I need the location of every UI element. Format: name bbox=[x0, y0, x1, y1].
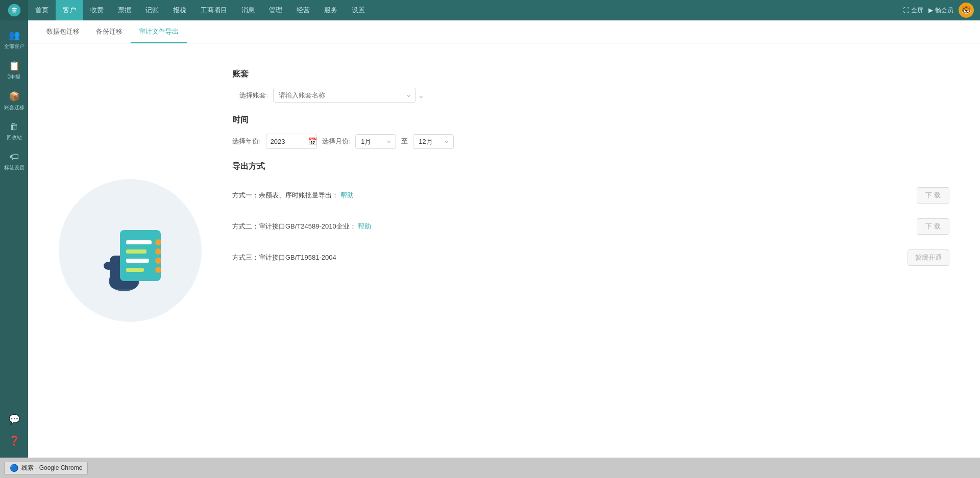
svg-point-3 bbox=[104, 262, 114, 270]
month-start-select[interactable]: 1月2月3月4月 5月6月7月8月 9月10月11月12月 bbox=[355, 134, 396, 149]
export-method-3-text: 方式三：审计接口GB/T19581-2004 bbox=[232, 253, 902, 262]
nav-operation[interactable]: 经营 bbox=[289, 0, 317, 20]
page-content: 账套 选择账套: ⌄ 时间 选择年份: 📅 bbox=[28, 43, 980, 458]
help-link-2[interactable]: 帮助 bbox=[358, 222, 371, 230]
month-start-wrapper: 1月2月3月4月 5月6月7月8月 9月10月11月12月 bbox=[355, 134, 396, 149]
time-section-title: 时间 bbox=[232, 115, 949, 125]
fullscreen-btn[interactable]: ⛶ 全屏 bbox=[903, 6, 923, 15]
export-section-title: 导出方式 bbox=[232, 161, 949, 172]
taskbar-chrome-item[interactable]: 🔵 线索 - Google Chrome bbox=[4, 462, 88, 474]
member-label: 畅会员 bbox=[935, 6, 953, 15]
nav-home[interactable]: 首页 bbox=[28, 0, 56, 20]
open-btn-3[interactable]: 暂缓开通 bbox=[908, 249, 949, 266]
export-method-1: 方式一：余额表、序时账批量导出： 帮助 下 载 bbox=[232, 180, 949, 211]
fullscreen-label: 全屏 bbox=[911, 6, 923, 15]
svg-point-11 bbox=[155, 258, 161, 264]
fullscreen-icon: ⛶ bbox=[903, 7, 909, 14]
nav-fee[interactable]: 收费 bbox=[83, 0, 111, 20]
nav-message[interactable]: 消息 bbox=[234, 0, 262, 20]
time-row: 选择年份: 📅 选择月份: 1月2月3月4月 5月6月7月8月 9月10月11月… bbox=[232, 134, 949, 149]
sidebar-item-tag-settings[interactable]: 🏷 标签设置 bbox=[0, 146, 28, 177]
nav-items: 首页 客户 收费 票据 记账 报税 工商项目 消息 管理 经营 服务 设置 bbox=[28, 0, 903, 20]
nav-invoice[interactable]: 票据 bbox=[111, 0, 138, 20]
year-label: 选择年份: bbox=[232, 137, 261, 146]
logo[interactable] bbox=[0, 0, 28, 20]
month-end-wrapper: 1月2月3月4月 5月6月7月8月 9月10月11月12月 bbox=[413, 134, 454, 149]
sidebar-item-all-customers[interactable]: 👥 全部客户 bbox=[0, 24, 28, 55]
svg-point-9 bbox=[155, 239, 161, 245]
month-label: 选择月份: bbox=[322, 137, 351, 146]
account-row: 选择账套: ⌄ bbox=[232, 88, 949, 103]
svg-rect-7 bbox=[126, 259, 149, 263]
play-icon: ▶ bbox=[928, 7, 933, 14]
form-area: 账套 选择账套: ⌄ 时间 选择年份: 📅 bbox=[232, 64, 949, 437]
account-section-title: 账套 bbox=[232, 69, 949, 80]
account-select-input[interactable] bbox=[273, 88, 416, 103]
nav-right: ⛶ 全屏 ▶ 畅会员 🐯 bbox=[903, 3, 980, 18]
chat-icon: 💬 bbox=[9, 414, 20, 425]
left-sidebar: 👥 全部客户 📋 0申报 📦 账套迁移 🗑 回收站 🏷 标签设置 💬 ❓ bbox=[0, 20, 28, 458]
illustration-svg bbox=[79, 194, 181, 307]
taskbar-item-label: 线索 - Google Chrome bbox=[21, 464, 82, 472]
month-end-select[interactable]: 1月2月3月4月 5月6月7月8月 9月10月11月12月 bbox=[413, 134, 454, 149]
taskbar: 🔵 线索 - Google Chrome bbox=[0, 458, 980, 478]
report-icon: 📋 bbox=[9, 60, 20, 71]
nav-service[interactable]: 服务 bbox=[317, 0, 345, 20]
download-btn-2[interactable]: 下 载 bbox=[917, 218, 949, 235]
svg-rect-4 bbox=[120, 230, 161, 281]
sidebar-label-report: 0申报 bbox=[8, 73, 21, 81]
help-link-1[interactable]: 帮助 bbox=[340, 191, 354, 199]
sidebar-item-migration[interactable]: 📦 账套迁移 bbox=[0, 86, 28, 116]
account-label: 选择账套: bbox=[232, 91, 268, 100]
svg-point-10 bbox=[155, 248, 161, 255]
export-method-2: 方式二：审计接口GB/T24589-2010企业： 帮助 下 载 bbox=[232, 211, 949, 242]
help-icon-btn[interactable]: ❓ bbox=[0, 430, 28, 451]
avatar[interactable]: 🐯 bbox=[959, 3, 974, 18]
export-section: 导出方式 方式一：余额表、序时账批量导出： 帮助 下 载 方式二：审计接口GB/… bbox=[232, 161, 949, 273]
nav-accounting[interactable]: 记账 bbox=[138, 0, 166, 20]
nav-settings[interactable]: 设置 bbox=[345, 0, 372, 20]
svg-rect-6 bbox=[126, 249, 146, 254]
sidebar-label-recycle: 回收站 bbox=[7, 134, 22, 141]
content-area: 数据包迁移 备份迁移 审计文件导出 bbox=[28, 20, 980, 458]
export-method-3: 方式三：审计接口GB/T19581-2004 暂缓开通 bbox=[232, 242, 949, 273]
sidebar-bottom: 💬 ❓ bbox=[0, 409, 28, 458]
nav-business[interactable]: 工商项目 bbox=[193, 0, 234, 20]
year-input[interactable] bbox=[271, 138, 306, 145]
sidebar-item-recycle[interactable]: 🗑 回收站 bbox=[0, 116, 28, 146]
tag-icon: 🏷 bbox=[10, 152, 19, 162]
calendar-icon: 📅 bbox=[308, 137, 317, 145]
time-section: 时间 选择年份: 📅 选择月份: 1月2月3月4月 5月6月7月8月 bbox=[232, 115, 949, 149]
nav-customer[interactable]: 客户 bbox=[56, 0, 83, 20]
customers-icon: 👥 bbox=[9, 30, 20, 41]
sidebar-label-tag: 标签设置 bbox=[4, 164, 24, 171]
account-select-wrapper bbox=[273, 88, 416, 103]
help-icon: ❓ bbox=[9, 435, 20, 446]
migration-icon: 📦 bbox=[9, 91, 20, 102]
illustration-circle bbox=[59, 179, 202, 322]
svg-rect-5 bbox=[126, 240, 152, 244]
year-input-wrapper: 📅 bbox=[266, 134, 317, 149]
export-method-2-text: 方式二：审计接口GB/T24589-2010企业： 帮助 bbox=[232, 222, 912, 231]
tab-backup-migration[interactable]: 备份迁移 bbox=[88, 20, 131, 43]
sidebar-label-customers: 全部客户 bbox=[4, 43, 24, 50]
account-dropdown-icon[interactable]: ⌄ bbox=[418, 91, 424, 99]
nav-manage[interactable]: 管理 bbox=[262, 0, 289, 20]
main-layout: 👥 全部客户 📋 0申报 📦 账套迁移 🗑 回收站 🏷 标签设置 💬 ❓ bbox=[0, 20, 980, 458]
nav-tax[interactable]: 报税 bbox=[166, 0, 193, 20]
illustration-area bbox=[59, 64, 202, 437]
export-method-1-text: 方式一：余额表、序时账批量导出： 帮助 bbox=[232, 191, 912, 200]
tab-data-migration[interactable]: 数据包迁移 bbox=[38, 20, 88, 43]
chat-icon-btn[interactable]: 💬 bbox=[0, 409, 28, 430]
member-btn[interactable]: ▶ 畅会员 bbox=[928, 6, 953, 15]
sidebar-label-migration: 账套迁移 bbox=[4, 104, 24, 111]
download-btn-1[interactable]: 下 载 bbox=[917, 187, 949, 204]
svg-rect-8 bbox=[126, 268, 144, 272]
svg-point-12 bbox=[155, 267, 161, 273]
range-separator: 至 bbox=[401, 137, 408, 146]
trash-icon: 🗑 bbox=[10, 121, 19, 132]
sidebar-item-zero-report[interactable]: 📋 0申报 bbox=[0, 55, 28, 86]
chrome-icon: 🔵 bbox=[10, 464, 18, 472]
tab-bar: 数据包迁移 备份迁移 审计文件导出 bbox=[28, 20, 980, 43]
tab-audit-export[interactable]: 审计文件导出 bbox=[131, 20, 187, 43]
